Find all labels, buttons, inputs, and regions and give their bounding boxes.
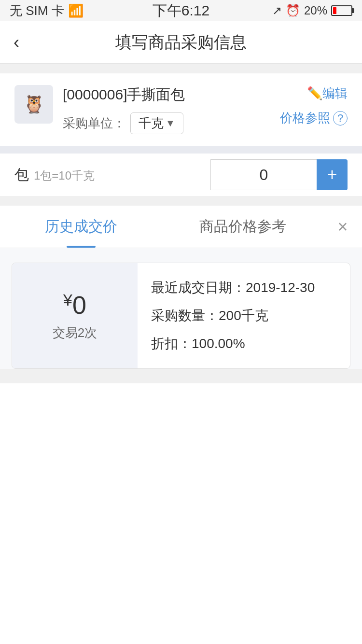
history-date-row: 最近成交日期：2019-12-30 bbox=[151, 278, 336, 298]
location-icon: ↗ bbox=[272, 4, 282, 17]
unit-label: 采购单位： bbox=[63, 115, 125, 132]
product-unit-row: 采购单位： 千克 ▼ bbox=[63, 112, 185, 134]
carrier-text: 无 SIM 卡 bbox=[10, 2, 64, 19]
date-label: 最近成交日期： bbox=[151, 280, 246, 295]
product-icon: 🦉 bbox=[14, 85, 53, 124]
history-price: ¥0 bbox=[63, 291, 86, 320]
history-transactions: 交易2次 bbox=[53, 324, 97, 341]
status-right: ↗ ⏰ 20% bbox=[272, 4, 352, 17]
quantity-row: 包 1包=10千克 + bbox=[0, 154, 362, 196]
tab-history-price[interactable]: 历史成交价 bbox=[0, 206, 162, 248]
battery-fill bbox=[333, 7, 336, 14]
quantity-input-group: + bbox=[210, 159, 348, 190]
help-icon: ? bbox=[333, 111, 348, 126]
quantity-unit: 包 bbox=[14, 165, 29, 185]
quantity-input[interactable] bbox=[210, 159, 317, 190]
price-ref-label: 价格参照 bbox=[280, 110, 330, 126]
tab-history-label: 历史成交价 bbox=[45, 217, 117, 237]
quantity-conversion: 1包=10千克 bbox=[34, 168, 95, 183]
price-value: 0 bbox=[72, 291, 86, 319]
dropdown-arrow-icon: ▼ bbox=[166, 118, 175, 129]
price-symbol: ¥ bbox=[63, 287, 72, 309]
tab-product-label: 商品价格参考 bbox=[199, 217, 286, 237]
price-ref-right: ✏️编辑 价格参照 ? bbox=[280, 85, 348, 126]
tabs-header: 历史成交价 商品价格参考 × bbox=[0, 206, 362, 248]
battery-icon bbox=[331, 5, 352, 16]
tab-close-button[interactable]: × bbox=[323, 206, 362, 248]
product-header: 🦉 [0000006]手撕面包 采购单位： 千克 ▼ ✏️编辑 价格参照 ? bbox=[14, 85, 348, 134]
status-left: 无 SIM 卡 📶 bbox=[10, 2, 84, 19]
product-left: 🦉 [0000006]手撕面包 采购单位： 千克 ▼ bbox=[14, 85, 185, 134]
qty-value: 200千克 bbox=[219, 308, 268, 323]
discount-value: 100.00% bbox=[192, 336, 245, 351]
product-logo: 🦉 bbox=[23, 94, 45, 114]
qty-label: 采购数量： bbox=[151, 308, 219, 323]
product-card: 🦉 [0000006]手撕面包 采购单位： 千克 ▼ ✏️编辑 价格参照 ? bbox=[0, 73, 362, 146]
status-time: 下午6:12 bbox=[153, 1, 209, 21]
back-button[interactable]: ‹ bbox=[14, 32, 19, 53]
unit-select[interactable]: 千克 ▼ bbox=[130, 112, 183, 134]
status-bar: 无 SIM 卡 📶 下午6:12 ↗ ⏰ 20% bbox=[0, 0, 362, 21]
price-ref-button[interactable]: 价格参照 ? bbox=[280, 110, 348, 126]
bottom-content bbox=[0, 383, 362, 644]
tabs-section: 历史成交价 商品价格参考 × ¥0 交易2次 最近成交日期：2019-12-30… bbox=[0, 206, 362, 369]
product-name: [0000006]手撕面包 bbox=[63, 85, 185, 105]
battery-percent: 20% bbox=[304, 4, 327, 17]
discount-label: 折扣： bbox=[151, 336, 192, 351]
history-qty-row: 采购数量：200千克 bbox=[151, 306, 336, 326]
alarm-icon: ⏰ bbox=[286, 4, 300, 17]
unit-value: 千克 bbox=[139, 115, 164, 132]
quantity-label-group: 包 1包=10千克 bbox=[14, 165, 95, 185]
nav-title: 填写商品采购信息 bbox=[115, 31, 247, 54]
edit-button[interactable]: ✏️编辑 bbox=[307, 85, 348, 102]
tab-product-price[interactable]: 商品价格参考 bbox=[162, 206, 323, 248]
nav-bar: ‹ 填写商品采购信息 bbox=[0, 21, 362, 64]
quantity-plus-button[interactable]: + bbox=[317, 159, 348, 190]
history-right: 最近成交日期：2019-12-30 采购数量：200千克 折扣：100.00% bbox=[138, 263, 350, 368]
product-info: [0000006]手撕面包 采购单位： 千克 ▼ bbox=[63, 85, 185, 134]
history-discount-row: 折扣：100.00% bbox=[151, 334, 336, 354]
date-value: 2019-12-30 bbox=[246, 280, 315, 295]
divider bbox=[0, 146, 362, 154]
wifi-icon: 📶 bbox=[68, 3, 84, 18]
history-left: ¥0 交易2次 bbox=[12, 263, 138, 368]
history-card: ¥0 交易2次 最近成交日期：2019-12-30 采购数量：200千克 折扣：… bbox=[12, 263, 350, 369]
